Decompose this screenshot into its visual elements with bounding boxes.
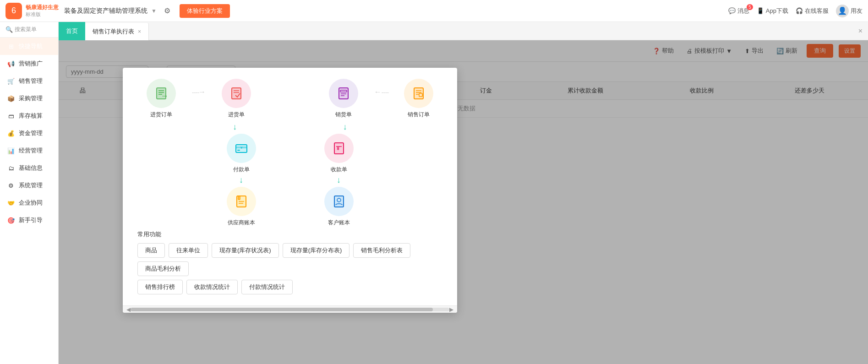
svg-rect-0 bbox=[157, 88, 166, 99]
app-download-icon: 📱 bbox=[757, 7, 764, 14]
sidebar-item-system[interactable]: ⚙ 系统管理 bbox=[0, 177, 58, 194]
spacer-arrow1 bbox=[147, 122, 176, 132]
flow-label-sales-bill: 销货单 bbox=[335, 111, 352, 119]
marketing-icon: 📢 bbox=[7, 60, 15, 68]
inventory-icon: 🗃 bbox=[7, 112, 15, 120]
common-func-section: 常用功能 商品 往来单位 现存量(库存状况表) 现存量(库存分布表) 销售毛利分… bbox=[137, 230, 442, 294]
spacer5 bbox=[404, 122, 433, 132]
logo-text: 畅康通好生意 标准版 bbox=[26, 4, 59, 18]
online-service-item[interactable]: 🎧 在线客服 bbox=[796, 7, 829, 15]
sidebar-item-basic-info[interactable]: 🗂 基础信息 bbox=[0, 159, 58, 177]
settings-icon[interactable]: ⚙ bbox=[164, 6, 170, 15]
sidebar-item-operation[interactable]: 📊 经营管理 bbox=[0, 142, 58, 159]
message-icon: 💬 bbox=[728, 7, 736, 14]
top-right: 💬 5 消息 📱 App下载 🎧 在线客服 👤 用友 bbox=[728, 5, 863, 17]
main-content: ❓ 帮助 🖨 按模板打印 ▼ ⬆ 导出 🔄 bbox=[59, 40, 868, 364]
modal-content: 进货订单 - - - - → bbox=[123, 68, 457, 305]
tab-close-main-icon[interactable]: × bbox=[853, 27, 868, 35]
sidebar-label-basic-info: 基础信息 bbox=[19, 164, 43, 172]
system-dropdown-icon[interactable]: ▼ bbox=[151, 8, 157, 14]
sidebar-item-sales[interactable]: 🛒 销售管理 bbox=[0, 72, 58, 90]
main-area: 🔍 搜索菜单 ⊞ 快捷导航 📢 营销推广 🛒 销售管理 📦 采购管理 🗃 bbox=[0, 22, 868, 364]
func-btn-partner[interactable]: 往来单位 bbox=[169, 243, 208, 258]
logo-area: 6 畅康通好生意 标准版 bbox=[5, 3, 64, 19]
sidebar-label-enterprise: 企业协同 bbox=[19, 199, 43, 207]
func-btn-product[interactable]: 商品 bbox=[137, 243, 165, 258]
flow-circle-purchase-bill bbox=[222, 79, 251, 108]
flow-top-row: 进货订单 - - - - → bbox=[137, 79, 442, 119]
sidebar-label-quick-nav: 快捷导航 bbox=[19, 42, 43, 50]
operation-icon: 📊 bbox=[7, 147, 15, 155]
sidebar-label-marketing: 营销推广 bbox=[19, 60, 43, 68]
flow-label-supplier-ledger: 供应商账本 bbox=[228, 219, 255, 227]
flow-customer-ledger: 客户账本 bbox=[324, 187, 354, 227]
search-icon: 🔍 bbox=[5, 26, 13, 33]
down-arrow-sales: ↓ bbox=[330, 122, 360, 132]
sidebar-item-enterprise[interactable]: 🤝 企业协同 bbox=[0, 194, 58, 212]
arrows-down-row1: ↓ ↓ bbox=[137, 122, 442, 132]
svg-rect-23 bbox=[237, 150, 240, 151]
func-btn-payment-stat[interactable]: 付款情况统计 bbox=[241, 280, 293, 294]
app-wrapper: 6 畅康通好生意 标准版 装备及固定资产辅助管理系统 ▼ ⚙ 体验行业方案 💬 … bbox=[0, 0, 868, 364]
func-btn-stock-dist[interactable]: 现存量(库存分布表) bbox=[283, 243, 350, 258]
flow-circle-sales-bill bbox=[329, 79, 358, 108]
finance-icon: 💰 bbox=[7, 129, 15, 137]
message-item[interactable]: 💬 5 消息 bbox=[728, 7, 749, 15]
scroll-track[interactable] bbox=[131, 308, 449, 311]
spacer-arrow4 bbox=[377, 122, 387, 132]
flow-circle-receipt: ¥ bbox=[324, 134, 354, 163]
logo-line2: 标准版 bbox=[26, 11, 59, 17]
scroll-left-icon[interactable]: ◀ bbox=[126, 306, 131, 313]
sidebar-item-finance[interactable]: 💰 资金管理 bbox=[0, 125, 58, 142]
arrows-down-row2: ↓ ↓ bbox=[137, 175, 442, 185]
logo-line1: 畅康通好生意 bbox=[26, 4, 59, 11]
sidebar-item-marketing[interactable]: 📢 营销推广 bbox=[0, 55, 58, 72]
sidebar-search[interactable]: 🔍 搜索菜单 bbox=[0, 22, 58, 38]
common-func-title: 常用功能 bbox=[137, 230, 442, 239]
modal-overlay[interactable]: 进货订单 - - - - → bbox=[59, 40, 868, 364]
func-btn-receipt-stat[interactable]: 收款情况统计 bbox=[186, 280, 238, 294]
flow-bottom-row: 供应商账本 bbox=[137, 187, 442, 227]
flow-sales-order: 销售订单 bbox=[404, 79, 433, 119]
arrow-purchase-to-bill: - - - - → bbox=[192, 88, 206, 96]
modal-scrollbar: ◀ ▶ bbox=[123, 305, 457, 313]
flow-label-receipt: 收款单 bbox=[331, 166, 347, 174]
logo-icon: 6 bbox=[5, 3, 22, 19]
flow-sales-bill: 销货单 bbox=[329, 79, 358, 119]
sidebar-item-purchase[interactable]: 📦 采购管理 bbox=[0, 90, 58, 107]
func-btn-stock-status[interactable]: 现存量(库存状况表) bbox=[212, 243, 279, 258]
arrow-order-to-sales-bill: ← - - - - bbox=[374, 88, 388, 96]
user-name: 用友 bbox=[851, 7, 863, 15]
tab-sales-order[interactable]: 销售订单执行表 × bbox=[85, 23, 149, 40]
system-title: 装备及固定资产辅助管理系统 ▼ ⚙ 体验行业方案 bbox=[64, 4, 728, 18]
sidebar-item-guide[interactable]: 🎯 新手引导 bbox=[0, 212, 58, 229]
basic-info-icon: 🗂 bbox=[7, 164, 15, 172]
flow-label-purchase-bill: 进货单 bbox=[228, 111, 245, 119]
sales-icon: 🛒 bbox=[7, 77, 15, 85]
top-bar: 6 畅康通好生意 标准版 装备及固定资产辅助管理系统 ▼ ⚙ 体验行业方案 💬 … bbox=[0, 0, 868, 22]
sidebar-label-system: 系统管理 bbox=[19, 181, 43, 190]
func-btn-product-gross[interactable]: 商品毛利分析 bbox=[137, 261, 189, 276]
tab-home[interactable]: 首页 bbox=[59, 22, 85, 40]
app-download-item[interactable]: 📱 App下载 bbox=[757, 7, 788, 15]
svg-text:¥: ¥ bbox=[240, 146, 243, 150]
func-btn-sales-gross[interactable]: 销售毛利分析表 bbox=[353, 243, 410, 258]
flow-payment: ¥ 付款单 bbox=[227, 134, 256, 174]
scroll-thumb bbox=[131, 308, 433, 311]
sidebar-label-purchase: 采购管理 bbox=[19, 94, 43, 103]
guide-icon: 🎯 bbox=[7, 216, 15, 224]
flow-circle-supplier-ledger bbox=[227, 187, 256, 216]
trial-button[interactable]: 体验行业方案 bbox=[180, 4, 230, 18]
tab-close-icon[interactable]: × bbox=[138, 28, 141, 35]
user-item[interactable]: 👤 用友 bbox=[836, 5, 863, 17]
func-btn-sales-rank[interactable]: 销售排行榜 bbox=[137, 280, 183, 294]
flow-middle-row: ¥ 付款单 bbox=[137, 134, 442, 174]
user-avatar: 👤 bbox=[836, 5, 849, 17]
sidebar-item-quick-nav[interactable]: ⊞ 快捷导航 bbox=[0, 38, 58, 55]
system-icon: ⚙ bbox=[7, 181, 15, 190]
scroll-right-icon[interactable]: ▶ bbox=[449, 306, 453, 313]
sidebar-label-finance: 资金管理 bbox=[19, 129, 43, 137]
sidebar-label-operation: 经营管理 bbox=[19, 147, 43, 155]
flow-circle-purchase-order bbox=[147, 79, 176, 108]
sidebar-item-inventory[interactable]: 🗃 库存核算 bbox=[0, 107, 58, 125]
